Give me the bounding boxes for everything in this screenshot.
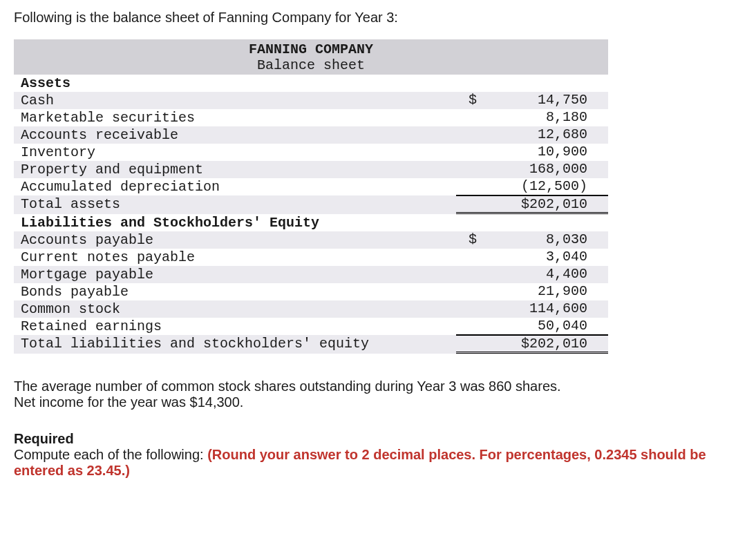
row-amount: 114,600 (481, 300, 587, 318)
row-label: Cash (14, 92, 456, 109)
row-label: Common stock (14, 300, 456, 318)
table-row: Accounts payable$8,030 (14, 231, 608, 249)
row-currency (456, 126, 481, 144)
balance-sheet-table: FANNING COMPANY Balance sheet Assets Cas… (14, 39, 608, 354)
assets-header-label: Assets (14, 75, 456, 92)
row-label: Property and equipment (14, 161, 456, 178)
required-text-plain: Compute each of the following: (14, 447, 207, 462)
row-amount: 14,750 (481, 92, 587, 109)
row-amount: 50,040 (481, 318, 587, 334)
table-row: Retained earnings50,040 (14, 318, 608, 335)
row-label: Retained earnings (14, 318, 456, 335)
row-amount: 12,680 (481, 126, 587, 144)
row-currency (456, 144, 481, 161)
total-assets-label: Total assets (14, 195, 456, 214)
row-label: Marketable securities (14, 109, 456, 126)
row-currency: $ (456, 231, 481, 249)
required-text: Compute each of the following: (Round yo… (14, 447, 742, 479)
intro-text: Following is the balance sheet of Fannin… (14, 10, 742, 26)
required-title: Required (14, 431, 742, 447)
assets-header-row: Assets (14, 75, 608, 92)
table-row: Inventory10,900 (14, 144, 608, 161)
row-amount: 168,000 (481, 161, 587, 178)
total-assets-row: Total assets $202,010 (14, 195, 608, 214)
company-name: FANNING COMPANY (14, 41, 608, 57)
table-row: Bonds payable21,900 (14, 283, 608, 300)
table-row: Accounts receivable12,680 (14, 126, 608, 144)
total-liab-amount: $202,010 (481, 336, 587, 352)
row-label: Accumulated depreciation (14, 178, 456, 195)
info-net-income: Net income for the year was $14,300. (14, 394, 742, 410)
row-label: Mortgage payable (14, 266, 456, 283)
row-currency (456, 266, 481, 283)
total-assets-amount: $202,010 (481, 196, 587, 212)
table-row: Common stock114,600 (14, 300, 608, 318)
row-currency (456, 300, 481, 318)
row-label: Current notes payable (14, 249, 456, 266)
row-label: Inventory (14, 144, 456, 161)
info-shares-outstanding: The average number of common stock share… (14, 379, 742, 394)
total-assets-currency (456, 196, 481, 212)
statement-title: Balance sheet (14, 57, 608, 73)
row-amount: 8,030 (481, 231, 587, 249)
table-row: Mortgage payable4,400 (14, 266, 608, 283)
liabilities-header-row: Liabilities and Stockholders' Equity (14, 214, 608, 231)
row-currency (456, 283, 481, 300)
table-row: Marketable securities8,180 (14, 109, 608, 126)
row-currency: $ (456, 92, 481, 109)
row-label: Accounts receivable (14, 126, 456, 144)
row-amount: 3,040 (481, 249, 587, 266)
row-label: Accounts payable (14, 231, 456, 249)
row-amount: 10,900 (481, 144, 587, 161)
row-currency (456, 109, 481, 126)
liabilities-header-label: Liabilities and Stockholders' Equity (14, 214, 456, 231)
required-block: Required Compute each of the following: … (14, 431, 742, 479)
table-row: Accumulated depreciation(12,500) (14, 178, 608, 195)
table-row: Current notes payable3,040 (14, 249, 608, 266)
total-liab-row: Total liabilities and stockholders' equi… (14, 335, 608, 354)
row-amount: 8,180 (481, 109, 587, 126)
row-currency (456, 249, 481, 266)
row-amount: 21,900 (481, 283, 587, 300)
table-row: Property and equipment168,000 (14, 161, 608, 178)
table-row: Cash$14,750 (14, 92, 608, 109)
row-amount: 4,400 (481, 266, 587, 283)
row-amount: (12,500) (481, 178, 587, 195)
row-label: Bonds payable (14, 283, 456, 300)
total-liab-currency (456, 336, 481, 352)
row-currency (456, 161, 481, 178)
row-currency (456, 318, 481, 334)
balance-sheet-header: FANNING COMPANY Balance sheet (14, 39, 608, 75)
row-currency (456, 178, 481, 195)
total-liab-label: Total liabilities and stockholders' equi… (14, 335, 456, 354)
